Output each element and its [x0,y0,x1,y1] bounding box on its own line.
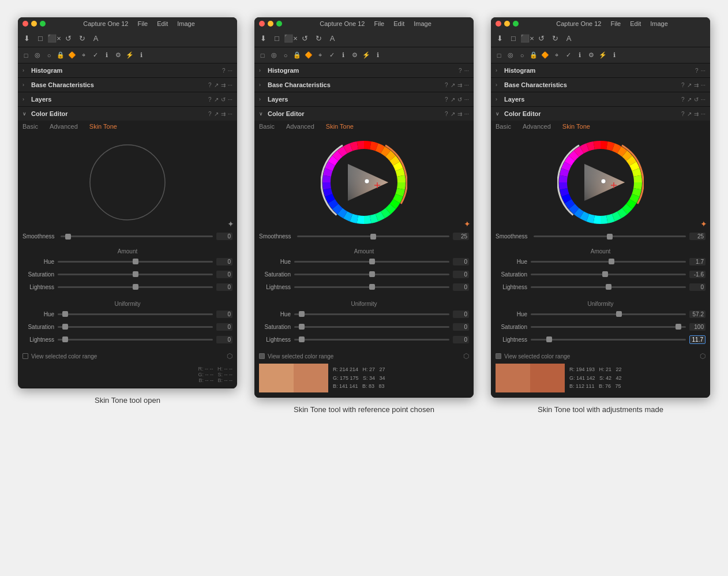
tool-icon-1[interactable]: ◎ [33,51,42,60]
tab-advanced[interactable]: Advanced [50,123,78,130]
toolbar-icon-5[interactable]: A [327,33,337,44]
section-action-icon[interactable]: ↗ [451,82,455,88]
section-header[interactable]: ›Base Characteristics?↗⇉··· [491,78,710,92]
slider-track[interactable] [58,326,213,328]
section-action-icon[interactable]: ↗ [687,111,692,117]
menu-item[interactable]: Edit [630,20,641,27]
pin-icon[interactable]: ✦ [464,219,471,229]
slider-track[interactable] [58,261,213,263]
slider-track[interactable] [294,261,449,263]
tool-icon-3[interactable]: 🔒 [529,51,538,60]
slider-track[interactable] [531,274,686,275]
menu-item[interactable]: Edit [157,20,168,27]
tl-yellow[interactable] [31,21,37,27]
smoothness-thumb[interactable] [65,234,71,240]
tool-icon-3[interactable]: 🔒 [56,51,65,60]
section-header[interactable]: ›Layers?↗↺··· [18,92,237,106]
section-action-icon[interactable]: ··· [228,68,232,74]
section-action-icon[interactable]: ? [681,82,685,88]
smoothness-track[interactable] [61,235,213,237]
color-editor-header[interactable]: ∨Color Editor?↗⇉··· [491,107,710,121]
tl-green[interactable] [40,21,46,27]
section-action-icon[interactable]: ⇉ [694,82,699,88]
menu-item[interactable]: Image [414,20,431,27]
view-color-icon[interactable]: ⬡ [463,352,469,360]
section-action-icon[interactable]: ⇉ [694,111,699,117]
section-action-icon[interactable]: ··· [701,96,706,103]
section-action-icon[interactable]: ↗ [214,82,219,88]
tool-icon-7[interactable]: ℹ [102,51,111,60]
section-action-icon[interactable]: ⇉ [457,82,462,88]
slider-thumb[interactable] [546,336,552,342]
section-action-icon[interactable]: ? [681,96,685,103]
tab-basic[interactable]: Basic [22,123,38,130]
tab-skin-tone[interactable]: Skin Tone [89,123,117,130]
section-header[interactable]: ›Histogram?··· [254,63,474,77]
tool-icon-8[interactable]: ⚙ [114,51,123,60]
tool-icon-6[interactable]: ✓ [91,51,100,60]
pin-icon[interactable]: ✦ [227,219,234,229]
toolbar-icon-3[interactable]: ↺ [536,33,546,44]
toolbar-icon-2[interactable]: ⬛× [49,33,59,44]
tool-icon-7[interactable]: ℹ [339,51,348,60]
section-action-icon[interactable]: ? [695,68,699,74]
section-action-icon[interactable]: ? [208,82,212,88]
tl-green[interactable] [513,21,519,27]
slider-thumb[interactable] [133,259,138,264]
slider-thumb[interactable] [602,271,608,277]
section-action-icon[interactable]: ··· [228,111,232,117]
slider-track[interactable] [58,313,213,315]
toolbar-icon-4[interactable]: ↻ [313,33,324,44]
tool-icon-10[interactable]: ℹ [610,51,619,60]
slider-track[interactable] [531,339,686,341]
slider-thumb[interactable] [369,284,375,290]
slider-track[interactable] [294,286,449,288]
toolbar-icon-0[interactable]: ⬇ [494,33,505,44]
tab-skin-tone[interactable]: Skin Tone [562,123,590,130]
color-editor-header[interactable]: ∨Color Editor?↗⇉··· [254,107,474,121]
tl-red[interactable] [22,21,28,27]
tool-icon-8[interactable]: ⚙ [350,51,359,60]
section-action-icon[interactable]: ··· [464,82,469,88]
tool-icon-2[interactable]: ○ [44,51,54,60]
color-editor-header[interactable]: ∨Color Editor?↗⇉··· [18,107,237,121]
section-action-icon[interactable]: ⇉ [221,82,226,88]
tool-icon-5[interactable]: ⌖ [552,51,561,60]
slider-track[interactable] [294,313,449,315]
toolbar-icon-3[interactable]: ↺ [63,33,73,44]
toolbar-icon-5[interactable]: A [564,33,574,44]
slider-thumb[interactable] [133,284,138,290]
tool-icon-9[interactable]: ⚡ [125,51,134,60]
checkbox-area[interactable]: View selected color range [259,353,333,360]
section-action-icon[interactable]: ? [681,111,685,117]
menu-item[interactable]: Edit [393,20,404,27]
section-header[interactable]: ›Base Characteristics?↗⇉··· [254,78,474,92]
tab-basic[interactable]: Basic [259,123,275,130]
slider-thumb[interactable] [606,284,611,290]
tab-advanced[interactable]: Advanced [286,123,314,130]
section-action-icon[interactable]: ··· [701,82,706,88]
section-action-icon[interactable]: ? [445,96,448,103]
view-color-checkbox[interactable] [496,353,501,359]
tool-icon-10[interactable]: ℹ [137,51,146,60]
toolbar-icon-4[interactable]: ↻ [550,33,560,44]
section-action-icon[interactable]: ··· [701,68,706,74]
section-action-icon[interactable]: ↺ [457,96,462,103]
slider-track[interactable] [531,313,686,315]
toolbar-icon-4[interactable]: ↻ [77,33,87,44]
view-color-icon[interactable]: ⬡ [227,352,232,360]
section-action-icon[interactable]: ↗ [451,96,455,103]
tl-yellow[interactable] [504,21,510,27]
slider-track[interactable] [531,326,686,328]
checkbox-area[interactable]: View selected color range [496,353,570,360]
tool-icon-0[interactable]: □ [258,51,267,60]
tool-icon-5[interactable]: ⌖ [316,51,325,60]
tl-red[interactable] [496,21,501,27]
menu-item[interactable]: File [374,20,385,27]
tool-icon-4[interactable]: 🔶 [304,51,313,60]
toolbar-icon-0[interactable]: ⬇ [258,33,268,44]
smoothness-thumb[interactable] [607,234,613,240]
slider-thumb[interactable] [62,324,68,330]
toolbar-icon-1[interactable]: □ [272,33,282,44]
tool-icon-9[interactable]: ⚡ [598,51,607,60]
